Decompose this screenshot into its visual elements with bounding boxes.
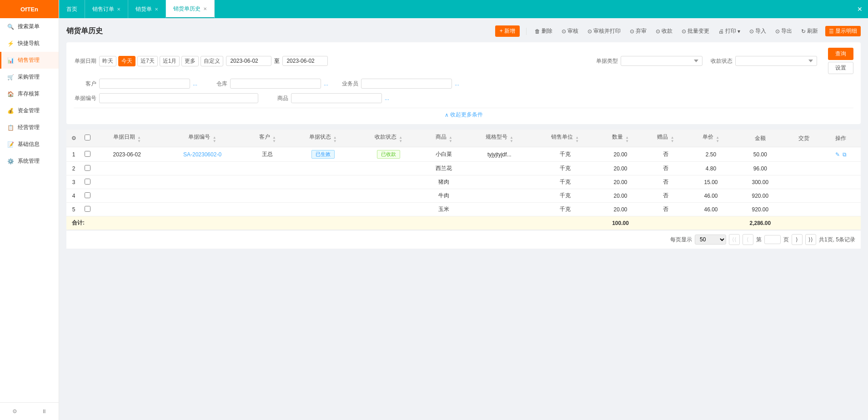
- edit-btn[interactable]: ✎: [835, 151, 840, 158]
- tab-home[interactable]: 首页: [59, 0, 85, 18]
- cell-unitprice: 46.00: [688, 189, 733, 203]
- copy-btn[interactable]: ⧉: [843, 151, 847, 158]
- sort-icon-goods: ▲▼: [449, 136, 452, 143]
- refresh-button[interactable]: ↻ 刷新: [799, 26, 820, 36]
- table-col-date[interactable]: 单据日期 ▲▼: [94, 130, 160, 147]
- audit-print-icon: ⊙: [587, 28, 592, 35]
- date-from-input[interactable]: [226, 56, 271, 66]
- tab-close-sales-order[interactable]: ✕: [117, 7, 120, 12]
- sidebar-item-label: 经营管理: [18, 124, 40, 131]
- filter-panel: 单据日期 昨天 今天 近7天 近1月 更多 自定义 至 单据类型: [66, 42, 861, 124]
- filter-collapse-btn[interactable]: ∧ 收起更多条件: [74, 111, 853, 119]
- sidebar-bottom-btn-right[interactable]: ⏸: [40, 406, 49, 416]
- filter-goods-ellipsis[interactable]: ...: [385, 95, 389, 101]
- filter-date-group: 昨天 今天 近7天 近1月 更多 自定义: [99, 56, 223, 66]
- tab-close-sales-history[interactable]: ✕: [203, 6, 207, 11]
- sidebar-item-search[interactable]: 🔍 搜索菜单: [0, 18, 59, 35]
- show-detail-button[interactable]: ☰ 显示明细: [825, 26, 861, 36]
- export-button[interactable]: ⊙ 导出: [773, 26, 794, 36]
- filter-customer-input[interactable]: [99, 79, 190, 89]
- import-button[interactable]: ⊙ 导入: [748, 26, 768, 36]
- cell-action: [821, 162, 861, 175]
- filter-staff-ellipsis[interactable]: ...: [455, 80, 459, 87]
- table-col-delivery[interactable]: 交货: [787, 130, 821, 147]
- cell-qty: 20.00: [598, 175, 643, 189]
- sidebar-item-inventory[interactable]: 🏠 库存核算: [0, 85, 59, 102]
- table-col-collectstatus[interactable]: 收款状态 ▲▼: [356, 130, 421, 147]
- filter-doctype-select[interactable]: [621, 56, 702, 66]
- filter-customer-ellipsis[interactable]: ...: [193, 80, 197, 87]
- print-button[interactable]: 🖨 打印 ▾: [717, 26, 742, 36]
- cell-customer: [245, 175, 290, 189]
- date-btn-7days[interactable]: 近7天: [137, 56, 158, 66]
- table-col-gift[interactable]: 赠品 ▲▼: [643, 130, 688, 147]
- cell-gift: 否: [643, 203, 688, 216]
- page-size-select[interactable]: 50 100 200: [695, 235, 726, 245]
- table-col-settings[interactable]: ⚙: [66, 130, 81, 147]
- sidebar-item-sales[interactable]: 📊 销售管理: [0, 52, 59, 69]
- date-btn-yesterday[interactable]: 昨天: [99, 56, 116, 66]
- cell-qty: 20.00: [598, 203, 643, 216]
- table-col-qty[interactable]: 数量 ▲▼: [598, 130, 643, 147]
- audit-button[interactable]: ⊙ 审核: [560, 26, 580, 36]
- table-col-docno[interactable]: 单据编号 ▲▼: [160, 130, 245, 147]
- table-footer: 每页显示 50 100 200 ⟨⟨ ⟨ 第 1 页 ⟩ ⟩⟩ 共1页, 5条记…: [66, 230, 861, 249]
- settings-button[interactable]: 设置: [828, 62, 853, 74]
- filter-warehouse-ellipsis[interactable]: ...: [324, 80, 328, 87]
- tab-close-sales-delivery[interactable]: ✕: [155, 7, 158, 12]
- date-btn-more[interactable]: 更多: [181, 56, 199, 66]
- tab-sales-history-label: 销货单历史: [173, 5, 201, 13]
- sidebar-bottom-btn-left[interactable]: ⚙: [10, 406, 19, 416]
- date-btn-1month[interactable]: 近1月: [160, 56, 180, 66]
- filter-warehouse-input[interactable]: [230, 79, 321, 89]
- cell-docstatus: [290, 162, 356, 175]
- table-col-unitprice[interactable]: 单价 ▲▼: [688, 130, 733, 147]
- date-btn-custom[interactable]: 自定义: [201, 56, 223, 66]
- sort-icon-spec: ▲▼: [510, 136, 513, 143]
- table-col-customer[interactable]: 客户 ▲▼: [245, 130, 290, 147]
- filter-collect-status-select[interactable]: [735, 56, 817, 66]
- table-col-docstatus[interactable]: 单据状态 ▲▼: [290, 130, 356, 147]
- sort-icon-docno: ▲▼: [213, 136, 216, 143]
- audit-print-button[interactable]: ⊙ 审核并打印: [586, 26, 622, 36]
- table-col-unit[interactable]: 销售单位 ▲▼: [532, 130, 597, 147]
- filter-docno-input[interactable]: [99, 93, 258, 103]
- query-button[interactable]: 查询: [828, 48, 853, 60]
- table-row: 4牛肉千克20.00否46.00920.00: [66, 189, 861, 203]
- sidebar-item-finance[interactable]: 💰 资金管理: [0, 102, 59, 119]
- date-to-input[interactable]: [282, 56, 328, 66]
- tab-sales-history[interactable]: 销货单历史 ✕: [166, 0, 215, 18]
- abandon-button[interactable]: ⊙ 弃审: [628, 26, 648, 36]
- tab-sales-order-label: 销售订单: [92, 5, 114, 13]
- filter-goods-input[interactable]: [291, 93, 382, 103]
- sidebar-item-baseinfo[interactable]: 📝 基础信息: [0, 136, 59, 153]
- pagination-prev-btn[interactable]: ⟨: [743, 234, 753, 245]
- ops-icon: 📋: [7, 124, 14, 131]
- window-close-btn[interactable]: ✕: [852, 5, 868, 13]
- date-btn-today[interactable]: 今天: [118, 56, 135, 66]
- pagination-next-btn[interactable]: ⟩: [792, 234, 803, 245]
- pagination-last-btn[interactable]: ⟩⟩: [805, 234, 816, 245]
- sidebar-item-sysmgmt[interactable]: ⚙️ 系统管理: [0, 153, 59, 170]
- table-col-goods[interactable]: 商品 ▲▼: [421, 130, 467, 147]
- pagination-first-btn[interactable]: ⟨⟨: [729, 234, 740, 245]
- table-row: 3猪肉千克20.00否15.00300.00: [66, 175, 861, 189]
- table-col-amount[interactable]: 金额: [733, 130, 787, 147]
- cell-date: [94, 189, 160, 203]
- col-action-label: 操作: [835, 135, 846, 141]
- batch-change-button[interactable]: ⊙ 批量变更: [680, 26, 711, 36]
- info-icon: 📝: [7, 141, 14, 148]
- sidebar-item-quicknav[interactable]: ⚡ 快捷导航: [0, 35, 59, 52]
- collect-button[interactable]: ⊙ 收款: [654, 26, 674, 36]
- filter-staff-input[interactable]: [361, 79, 452, 89]
- pagination-page-input[interactable]: 1: [764, 235, 781, 244]
- table-col-spec[interactable]: 规格型号 ▲▼: [467, 130, 532, 147]
- select-all-checkbox[interactable]: [85, 135, 90, 140]
- sidebar-item-purchase[interactable]: 🛒 采购管理: [0, 69, 59, 85]
- new-button[interactable]: + 新增: [495, 25, 520, 37]
- tab-sales-delivery[interactable]: 销货单 ✕: [128, 0, 166, 18]
- tab-sales-order[interactable]: 销售订单 ✕: [85, 0, 128, 18]
- sidebar-item-operations[interactable]: 📋 经营管理: [0, 119, 59, 136]
- delete-button[interactable]: 🗑 删除: [533, 26, 554, 36]
- cell-spec: [467, 203, 532, 216]
